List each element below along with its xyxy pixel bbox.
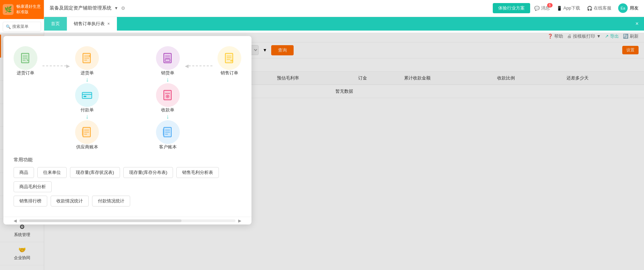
search-icon: 🔍 bbox=[6, 24, 11, 29]
flow-node-customer-ledger[interactable]: 客户账本 bbox=[156, 120, 180, 150]
svg-rect-20 bbox=[82, 92, 92, 98]
receipt-bill-icon bbox=[156, 83, 180, 107]
purchase-bill-label: 进货单 bbox=[81, 70, 94, 76]
down-arrow-sales: ↓ bbox=[156, 76, 180, 83]
customer-ledger-label: 客户账本 bbox=[159, 144, 177, 150]
svg-rect-36 bbox=[163, 129, 164, 136]
settings-icon[interactable]: ⚙ bbox=[121, 5, 125, 11]
logo-icon: 🌿 bbox=[3, 4, 14, 15]
download-icon: 📱 bbox=[557, 6, 562, 11]
scroll-right-btn[interactable]: ▶ bbox=[238, 218, 241, 223]
message-button[interactable]: 💬 消息 6 bbox=[534, 5, 550, 11]
arrow-2: ◀ bbox=[180, 63, 217, 76]
supplier-ledger-label: 供应商账本 bbox=[76, 144, 98, 150]
system-dropdown[interactable]: ▼ bbox=[114, 6, 118, 11]
common-btn-stock-dist[interactable]: 现存量(库存分布表) bbox=[123, 167, 173, 178]
system-title-area: 装备及固定资产辅助管理系统 ▼ ⚙ bbox=[50, 5, 489, 11]
common-title: 常用功能 bbox=[44, 157, 241, 163]
scrollbar-track[interactable] bbox=[44, 219, 236, 222]
scrollbar-area: ◀ ▶ bbox=[44, 217, 251, 224]
flow-area: 进货订单 ▶ 进货单 bbox=[44, 36, 251, 154]
flow-node-supplier-ledger[interactable]: 供应商账本 bbox=[75, 120, 99, 150]
app-logo: 🌿 畅康通好生意 标准版 bbox=[0, 0, 44, 19]
experience-btn[interactable]: 体验行业方案 bbox=[493, 3, 530, 13]
receipt-bill-label: 收款单 bbox=[161, 107, 174, 113]
svg-rect-15 bbox=[225, 53, 233, 63]
common-btn-sales-gross[interactable]: 销售毛利分析表 bbox=[176, 167, 219, 178]
supplier-ledger-icon bbox=[75, 120, 99, 144]
logo-text: 畅康通好生意 标准版 bbox=[16, 4, 41, 15]
message-badge: 6 bbox=[547, 3, 553, 7]
scrollbar-thumb bbox=[44, 219, 181, 222]
service-icon: 🎧 bbox=[587, 6, 592, 11]
common-btn-product-gross[interactable]: 商品毛利分析 bbox=[44, 181, 52, 192]
common-buttons-row-1: 商品 往来单位 现存量(库存状况表) 现存量(库存分布表) 销售毛利分析表 商品… bbox=[44, 167, 241, 192]
arrow-1: ▶ bbox=[44, 63, 75, 76]
flow-arrows-down: ↓ ↓ bbox=[44, 76, 241, 83]
purchase-bill-icon bbox=[75, 46, 99, 70]
flow-row-3: 付款单 收款单 bbox=[44, 83, 241, 113]
common-btn-receipt-stat[interactable]: 收款情况统计 bbox=[51, 196, 89, 206]
customer-ledger-icon bbox=[156, 120, 180, 144]
common-btn-stock-status[interactable]: 现存量(库存状况表) bbox=[70, 167, 120, 178]
payment-bill-label: 付款单 bbox=[81, 107, 94, 113]
common-btn-payment-stat[interactable]: 付款情况统计 bbox=[92, 196, 130, 206]
app-download-button[interactable]: 📱 App下载 bbox=[557, 5, 580, 11]
common-buttons-row-2: 销售排行榜 收款情况统计 付款情况统计 bbox=[44, 196, 241, 206]
sales-bill-icon bbox=[156, 46, 180, 70]
close-all-tabs-btn[interactable]: × bbox=[630, 21, 644, 27]
down-arrow-payment: ↓ bbox=[75, 113, 99, 120]
sales-order-label: 销售订单 bbox=[221, 70, 238, 76]
flow-node-sales-order[interactable]: 销售订单 bbox=[217, 46, 241, 76]
flow-arrows-down-2: ↓ ↓ bbox=[44, 113, 241, 120]
sales-bill-label: 销货单 bbox=[161, 70, 174, 76]
user-area[interactable]: Ea 用友 bbox=[618, 3, 639, 13]
down-arrow-receipt: ↓ bbox=[156, 113, 180, 120]
common-btn-sales-rank[interactable]: 销售排行榜 bbox=[44, 196, 47, 206]
modal-overlay: 进货订单 ▶ 进货单 bbox=[44, 33, 644, 270]
tabbar: 首页 销售订单执行表 × × bbox=[44, 17, 644, 31]
down-arrow-purchase: ↓ bbox=[75, 76, 99, 83]
message-icon: 💬 bbox=[534, 6, 540, 11]
common-functions-section: 常用功能 商品 往来单位 现存量(库存状况表) 现存量(库存分布表) 销售毛利分… bbox=[44, 154, 251, 217]
system-title: 装备及固定资产辅助管理系统 bbox=[50, 5, 111, 11]
common-btn-partner[interactable]: 往来单位 bbox=[44, 167, 67, 178]
flow-node-payment-bill[interactable]: 付款单 bbox=[75, 83, 99, 113]
flow-modal: 进货订单 ▶ 进货单 bbox=[44, 36, 251, 224]
flow-node-purchase-bill[interactable]: 进货单 bbox=[75, 46, 99, 76]
online-service-button[interactable]: 🎧 在线客服 bbox=[587, 5, 611, 11]
svg-rect-30 bbox=[82, 129, 83, 136]
search-menu-button[interactable]: 🔍 搜索菜单 bbox=[3, 22, 41, 32]
main-content: 装备及固定资产辅助管理系统 ▼ ⚙ 体验行业方案 💬 消息 6 📱 App下载 … bbox=[44, 0, 644, 270]
tab-sales-order-exec[interactable]: 销售订单执行表 × bbox=[67, 17, 117, 31]
flow-node-sales-bill[interactable]: 销货单 bbox=[156, 46, 180, 76]
flow-node-receipt-bill[interactable]: 收款单 bbox=[156, 83, 180, 113]
topbar: 装备及固定资产辅助管理系统 ▼ ⚙ 体验行业方案 💬 消息 6 📱 App下载 … bbox=[44, 0, 644, 17]
topbar-icons: 💬 消息 6 📱 App下载 🎧 在线客服 Ea 用友 bbox=[534, 3, 639, 13]
payment-bill-icon bbox=[75, 83, 99, 107]
tab-home[interactable]: 首页 bbox=[44, 17, 67, 31]
user-avatar: Ea bbox=[618, 3, 628, 13]
user-name: 用友 bbox=[630, 5, 639, 11]
svg-rect-23 bbox=[84, 96, 86, 97]
flow-row-5: 供应商账本 客户账本 bbox=[44, 120, 241, 150]
sales-order-icon bbox=[217, 46, 241, 70]
tab-close-icon[interactable]: × bbox=[107, 21, 110, 26]
flow-row-1: 进货订单 ▶ 进货单 bbox=[44, 46, 241, 76]
